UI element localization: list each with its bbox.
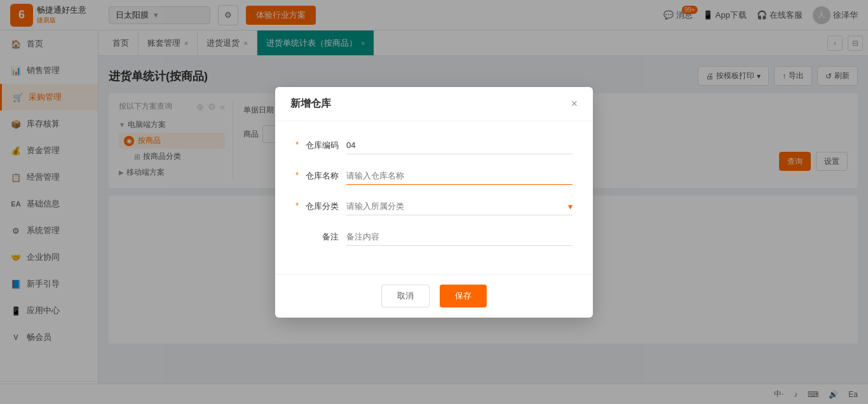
code-label: 仓库编码 bbox=[295, 140, 346, 151]
modal-dialog: 新增仓库 × 仓库编码 仓库名称 仓库分类 ▾ bbox=[275, 87, 593, 318]
name-label: 仓库名称 bbox=[295, 170, 346, 182]
modal-close-button[interactable]: × bbox=[571, 98, 578, 109]
form-row-name: 仓库名称 bbox=[295, 167, 573, 185]
form-row-remark: 备注 bbox=[295, 228, 573, 246]
modal-overlay[interactable]: 新增仓库 × 仓库编码 仓库名称 仓库分类 ▾ bbox=[0, 0, 868, 404]
category-label: 仓库分类 bbox=[295, 201, 346, 212]
category-wrap: ▾ bbox=[346, 198, 573, 215]
modal-footer: 取消 保存 bbox=[275, 274, 593, 318]
form-row-category: 仓库分类 ▾ bbox=[295, 198, 573, 215]
name-input[interactable] bbox=[346, 167, 573, 185]
cancel-button[interactable]: 取消 bbox=[381, 285, 430, 307]
modal-title: 新增仓库 bbox=[290, 97, 331, 111]
category-dropdown-icon: ▾ bbox=[568, 201, 573, 212]
form-row-code: 仓库编码 bbox=[295, 137, 573, 154]
save-button[interactable]: 保存 bbox=[440, 285, 487, 307]
remark-label: 备注 bbox=[295, 231, 346, 243]
code-input[interactable] bbox=[346, 137, 573, 154]
category-input[interactable] bbox=[346, 198, 573, 215]
remark-input[interactable] bbox=[346, 228, 573, 246]
modal-header: 新增仓库 × bbox=[275, 87, 593, 121]
modal-body: 仓库编码 仓库名称 仓库分类 ▾ 备注 bbox=[275, 121, 593, 274]
